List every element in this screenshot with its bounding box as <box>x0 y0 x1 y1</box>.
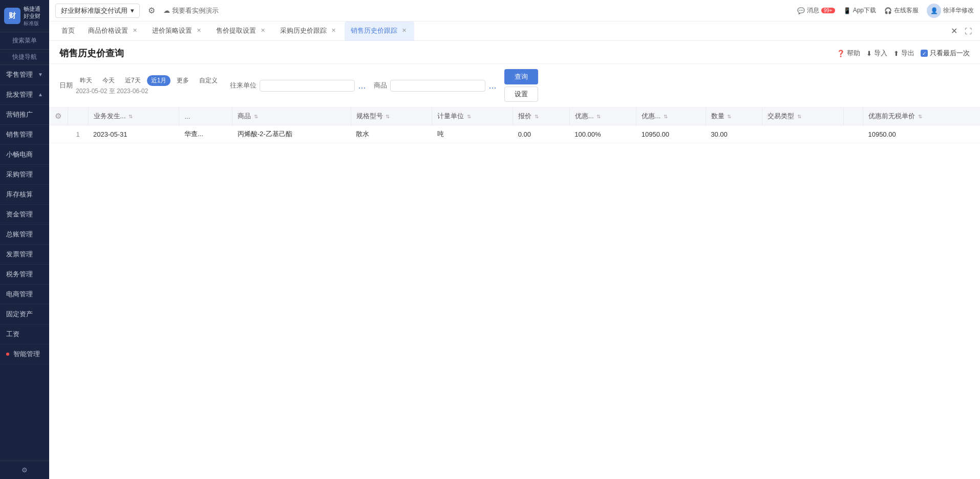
product-more-button[interactable]: ... <box>488 81 496 90</box>
sidebar-item-ecommerce[interactable]: 电商管理 <box>0 285 49 304</box>
date-opt-more[interactable]: 更多 <box>173 75 193 86</box>
sidebar-quick-nav[interactable]: 快捷导航 <box>0 50 49 65</box>
row-business: 华查... <box>179 125 232 143</box>
sidebar-item-finance[interactable]: 资金管理 <box>0 205 49 225</box>
sidebar-item-tax[interactable]: 税务管理 <box>0 265 49 285</box>
app-logo-icon: 财 <box>4 8 20 24</box>
customer-input[interactable] <box>264 82 350 90</box>
col-trade-type: 交易类型 ⇅ <box>762 107 843 125</box>
tab-home[interactable]: 首页 <box>55 21 81 41</box>
topbar-settings-icon[interactable]: ⚙ <box>146 4 157 17</box>
tab-purchase-strategy[interactable]: 进价策略设置 ✕ <box>146 21 209 41</box>
table-wrap: ⚙ 业务发生... ⇅ ... 商品 ⇅ <box>49 107 980 479</box>
col-seq <box>68 107 88 125</box>
tab-close-purchase-history[interactable]: ✕ <box>330 27 337 34</box>
sidebar-item-fixed-assets[interactable]: 固定资产 <box>0 304 49 324</box>
tab-purchase-history[interactable]: 采购历史价跟踪 ✕ <box>274 21 344 41</box>
date-range-text: 2023-05-02 至 2023-06-02 <box>76 87 222 96</box>
sidebar: 财 畅捷通好业财 标准版 搜索菜单 快捷导航 零售管理 ▼ 批发管理 ▲ 营销推… <box>0 0 49 479</box>
row-biz-date: 2023-05-31 <box>88 125 179 143</box>
import-button[interactable]: ⬇ 导入 <box>866 49 887 58</box>
export-button[interactable]: ⬆ 导出 <box>893 49 914 58</box>
tab-close-sales-history[interactable]: ✕ <box>400 27 408 34</box>
tab-sale-price[interactable]: 售价提取设置 ✕ <box>210 21 273 41</box>
sort-icon-biz-date[interactable]: ⇅ <box>129 114 133 119</box>
sidebar-item-retail[interactable]: 零售管理 ▼ <box>0 65 49 85</box>
sort-icon-discount1[interactable]: ⇅ <box>596 114 601 119</box>
sort-icon-pre-tax-price[interactable]: ⇅ <box>918 114 922 119</box>
sidebar-settings-button[interactable]: ⚙ <box>0 461 49 479</box>
product-filter-group: 商品 ... <box>374 80 496 92</box>
panel-close-button[interactable]: ✕ <box>949 25 960 37</box>
date-opt-last7[interactable]: 近7天 <box>121 75 145 86</box>
customer-filter-label: 往来单位 <box>230 81 257 90</box>
app-logo-text: 畅捷通好业财 标准版 <box>24 5 45 27</box>
customer-more-button[interactable]: ... <box>358 81 366 90</box>
col-product: 商品 ⇅ <box>232 107 351 125</box>
col-gear: ⚙ <box>49 107 68 125</box>
help-button[interactable]: ❓ 帮助 <box>837 49 860 58</box>
sidebar-item-sales[interactable]: 销售管理 <box>0 125 49 145</box>
data-table: ⚙ 业务发生... ⇅ ... 商品 ⇅ <box>49 107 980 143</box>
sort-icon-spec[interactable]: ⇅ <box>386 114 390 119</box>
headset-icon: 🎧 <box>884 7 892 14</box>
demo-link[interactable]: ☁ 我要看实例演示 <box>163 6 219 15</box>
sidebar-item-inventory[interactable]: 库存核算 <box>0 185 49 205</box>
app-download-button[interactable]: 📱 App下载 <box>843 6 876 15</box>
tab-close-price-settings[interactable]: ✕ <box>131 27 139 34</box>
col-quantity: 数量 ⇅ <box>706 107 762 125</box>
row-pre-tax-price: 10950.00 <box>863 125 980 143</box>
col-discount1: 优惠... ⇅ <box>569 107 636 125</box>
row-quantity: 30.00 <box>706 125 762 143</box>
sort-icon-price[interactable]: ⇅ <box>535 114 539 119</box>
row-unit: 吨 <box>432 125 513 143</box>
date-filter-label: 日期 <box>59 81 73 90</box>
sidebar-item-ecommerce-small[interactable]: 小畅电商 <box>0 145 49 165</box>
import-icon: ⬇ <box>866 50 872 57</box>
sidebar-item-payroll[interactable]: 工资 <box>0 324 49 344</box>
sort-icon-trade-type[interactable]: ⇅ <box>797 114 801 119</box>
tab-close-sale-price[interactable]: ✕ <box>259 27 267 34</box>
table-header-row: ⚙ 业务发生... ⇅ ... 商品 ⇅ <box>49 107 980 125</box>
last-only-checkbox-label[interactable]: ✓ 只看最后一次 <box>921 49 970 58</box>
product-input[interactable] <box>395 82 481 90</box>
topbar: 好业财标准版交付试用 ▾ ⚙ ☁ 我要看实例演示 💬 消息 99+ 📱 App下… <box>49 0 980 21</box>
col-discount2: 优惠... ⇅ <box>636 107 706 125</box>
row-discount1: 100.00% <box>569 125 636 143</box>
sort-icon-unit[interactable]: ⇅ <box>467 114 471 119</box>
sidebar-item-smart[interactable]: 智能管理 <box>0 344 49 364</box>
online-service-button[interactable]: 🎧 在线客服 <box>884 6 919 15</box>
export-icon: ⬆ <box>893 50 899 57</box>
row-gear <box>49 125 68 143</box>
col-biz-date: 业务发生... ⇅ <box>88 107 179 125</box>
filter-settings-button[interactable]: 设置 <box>504 86 538 102</box>
message-button[interactable]: 💬 消息 99+ <box>797 6 835 15</box>
tab-close-purchase-strategy[interactable]: ✕ <box>195 27 203 34</box>
panel-expand-button[interactable]: ⛶ <box>963 26 974 36</box>
sidebar-item-invoice[interactable]: 发票管理 <box>0 245 49 265</box>
customer-filter-group: 往来单位 ... <box>230 80 366 92</box>
sort-icon-product[interactable]: ⇅ <box>254 114 258 119</box>
tab-price-settings[interactable]: 商品价格设置 ✕ <box>82 21 145 41</box>
last-only-checkbox[interactable]: ✓ <box>921 50 928 57</box>
query-button[interactable]: 查询 <box>504 69 538 84</box>
row-product: 丙烯酸-2-乙基己酯 <box>232 125 351 143</box>
date-opt-yesterday[interactable]: 昨天 <box>76 75 96 86</box>
page-header: 销售历史价查询 ❓ 帮助 ⬇ 导入 ⬆ 导出 ✓ 只看最后一次 <box>49 41 980 64</box>
col-unit: 计量单位 ⇅ <box>432 107 513 125</box>
sidebar-item-purchase[interactable]: 采购管理 <box>0 165 49 185</box>
date-opt-custom[interactable]: 自定义 <box>195 75 222 86</box>
sidebar-search[interactable]: 搜索菜单 <box>0 32 49 50</box>
sort-icon-quantity[interactable]: ⇅ <box>727 114 731 119</box>
sidebar-item-ledger[interactable]: 总账管理 <box>0 225 49 245</box>
sort-icon-discount2[interactable]: ⇅ <box>664 114 668 119</box>
tab-sales-history[interactable]: 销售历史价跟踪 ✕ <box>345 21 414 41</box>
date-opt-today[interactable]: 今天 <box>98 75 119 86</box>
user-profile-button[interactable]: 👤 徐泽华修改 <box>927 4 974 18</box>
page-title: 销售历史价查询 <box>59 47 124 59</box>
date-opt-last1m[interactable]: 近1月 <box>147 75 171 86</box>
sidebar-item-wholesale[interactable]: 批发管理 ▲ <box>0 85 49 105</box>
version-selector[interactable]: 好业财标准版交付试用 ▾ <box>55 4 140 18</box>
table-settings-icon[interactable]: ⚙ <box>55 112 61 120</box>
sidebar-item-marketing[interactable]: 营销推广 <box>0 105 49 125</box>
